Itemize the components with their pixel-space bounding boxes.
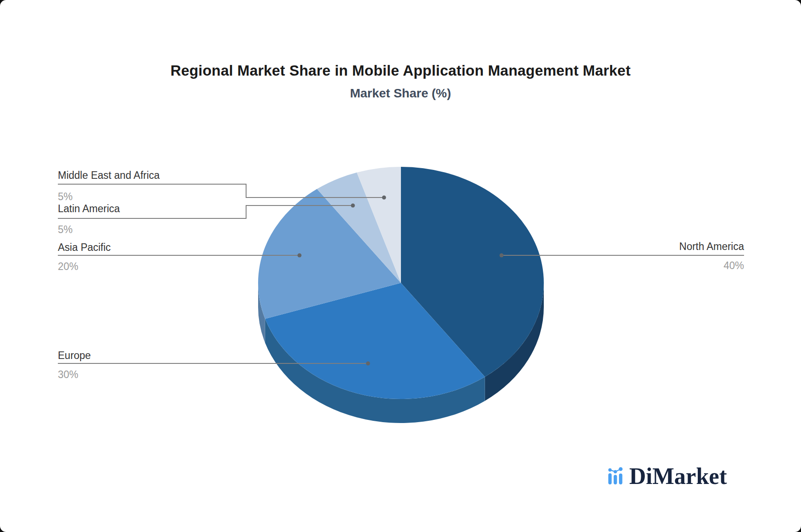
label-asia-pacific: Asia Pacific <box>58 242 111 254</box>
logo-bar-1 <box>608 473 612 484</box>
value-europe: 30% <box>58 369 78 381</box>
label-north-america: North America <box>679 241 744 253</box>
value-asia-pacific: 20% <box>58 261 78 273</box>
bar-chart-trend-icon <box>607 463 627 487</box>
chart-subtitle: Market Share (%) <box>0 86 801 101</box>
value-north-america: 40% <box>724 260 744 272</box>
pie-chart <box>0 0 801 532</box>
brand-logo: DiMarket <box>607 463 627 487</box>
chart-title: Regional Market Share in Mobile Applicat… <box>0 62 801 79</box>
chart-page: Regional Market Share in Mobile Applicat… <box>0 0 801 532</box>
label-europe: Europe <box>58 350 91 362</box>
pie-slices <box>258 167 544 399</box>
label-middle-east-and-africa: Middle East and Africa <box>58 169 160 181</box>
label-latin-america: Latin America <box>58 203 120 215</box>
logo-bar-2 <box>614 475 617 485</box>
value-middle-east-and-africa: 5% <box>58 191 73 203</box>
brand-logo-text: DiMarket <box>629 465 727 488</box>
value-latin-america: 5% <box>58 224 73 236</box>
logo-bar-3 <box>619 474 623 485</box>
